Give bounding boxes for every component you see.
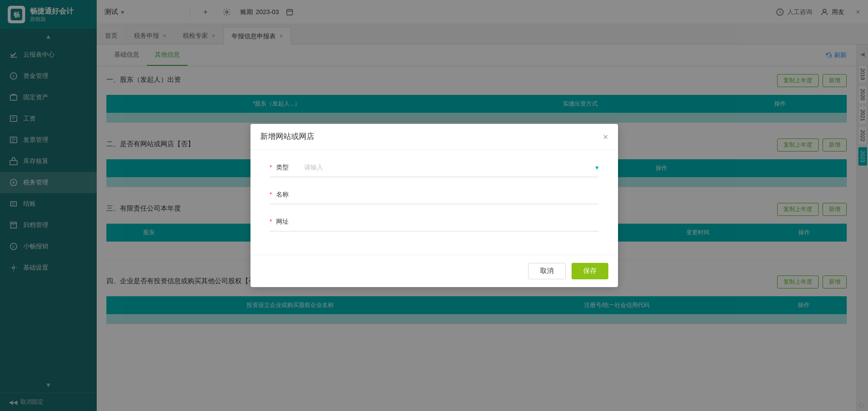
add-website-dialog: 新增网站或网店 × * 类型 ▾ * 名称	[250, 124, 618, 287]
form-row-url: * 网址	[270, 216, 599, 231]
dialog-title: 新增网站或网店	[260, 132, 314, 142]
url-label: 网址	[276, 217, 289, 226]
form-field-url: * 网址	[270, 216, 599, 231]
save-button[interactable]: 保存	[572, 263, 608, 279]
url-required-mark: *	[270, 218, 272, 225]
dialog-close-button[interactable]: ×	[603, 133, 608, 141]
form-row-type: * 类型 ▾	[270, 162, 599, 177]
dialog-footer: 取消 保存	[250, 255, 618, 287]
cancel-button[interactable]: 取消	[528, 263, 566, 279]
form-field-name: * 名称	[270, 189, 599, 204]
name-input[interactable]	[304, 189, 599, 200]
type-dropdown-arrow[interactable]: ▾	[595, 164, 599, 171]
dialog-header: 新增网站或网店 ×	[250, 124, 618, 150]
type-label: 类型	[276, 163, 289, 172]
dialog-overlay[interactable]: 新增网站或网店 × * 类型 ▾ * 名称	[0, 0, 868, 411]
name-required-mark: *	[270, 191, 272, 198]
dialog-body: * 类型 ▾ * 名称 * 网址	[250, 150, 618, 255]
type-required-mark: *	[270, 164, 272, 171]
form-field-type: * 类型 ▾	[270, 162, 599, 177]
type-input[interactable]	[304, 162, 591, 173]
url-input[interactable]	[304, 216, 599, 227]
name-label: 名称	[276, 190, 289, 199]
form-row-name: * 名称	[270, 189, 599, 204]
